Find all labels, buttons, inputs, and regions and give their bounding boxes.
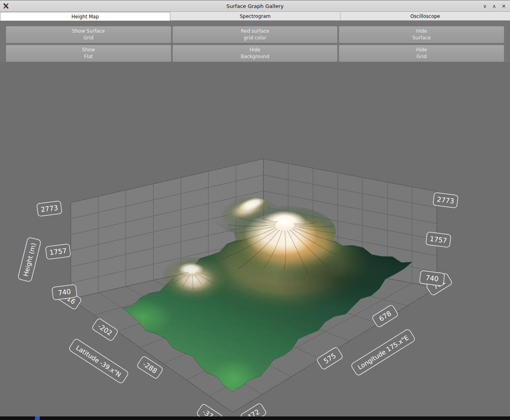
window-controls: ∨ ∧ ✕ [483, 0, 506, 12]
tick-label: 740 [58, 287, 72, 297]
minimize-icon[interactable]: ∨ [483, 4, 487, 9]
surface-grid-color-button[interactable]: Red surface grid color [172, 26, 338, 43]
surface-plot-3d[interactable]: 781 678 575 472 [0, 62, 510, 417]
height-axis-title: Height (m) [18, 237, 41, 282]
axis-title-label: Latitude -39.x"N [75, 344, 123, 379]
hide-background-button[interactable]: Hide Background [172, 45, 338, 62]
volcano-summit [264, 211, 306, 232]
hide-surface-button[interactable]: Hide Surface [339, 26, 504, 43]
button-label-line2: Grid [84, 35, 93, 41]
control-button-grid: Show Surface Grid Red surface grid color… [0, 21, 510, 62]
button-label-line1: Show [82, 47, 95, 53]
latitude-axis-title: Latitude -39.x"N [68, 338, 129, 384]
height-tick-left: 2773 [37, 201, 62, 216]
height-tick-left: 740 [52, 284, 77, 300]
tab-height-map[interactable]: Height Map [0, 12, 170, 21]
tab-bar: Height Map Spectrogram Oscilloscope [0, 12, 510, 21]
tab-oscilloscope[interactable]: Oscilloscope [341, 12, 510, 20]
button-label-line1: Hide [416, 47, 427, 53]
height-tick-right: 2773 [433, 192, 458, 208]
app-window: Surface Graph Gallery ∨ ∧ ✕ Height Map S… [0, 0, 510, 420]
show-flat-button[interactable]: Show Flat [6, 45, 171, 62]
titlebar[interactable]: Surface Graph Gallery ∨ ∧ ✕ [0, 0, 510, 12]
x11-app-icon [3, 3, 9, 9]
button-label-line2: Grid [417, 53, 426, 60]
surface-plot-viewport[interactable]: 781 678 575 472 [0, 62, 510, 417]
button-label-line2: grid color [244, 35, 267, 41]
button-label-line2: Flat [84, 53, 93, 60]
button-label-line1: Show Surface [72, 28, 105, 35]
taskbar-strip [0, 416, 510, 420]
close-icon[interactable]: ✕ [502, 4, 506, 9]
tab-page-height-map: Show Surface Grid Red surface grid color… [0, 21, 510, 416]
longitude-axis-title: Longitude 175.x"E [350, 328, 416, 376]
height-tick-right: 740 [419, 270, 444, 286]
hide-grid-button[interactable]: Hide Grid [339, 45, 504, 62]
show-surface-grid-button[interactable]: Show Surface Grid [6, 26, 171, 43]
axis-title-label: Longitude 175.x"E [356, 334, 410, 371]
button-label-line1: Hide [416, 28, 427, 35]
button-label-line2: Background [241, 53, 269, 60]
button-label-line2: Surface [413, 35, 431, 41]
button-label-line1: Hide [249, 47, 260, 53]
latitude-tick: -374 [196, 403, 223, 417]
tab-spectrogram[interactable]: Spectrogram [170, 12, 340, 20]
taskbar-indicator[interactable] [35, 416, 40, 420]
tick-label: 740 [425, 273, 439, 283]
height-tick-left: 1757 [45, 244, 70, 259]
height-tick-right: 1757 [426, 232, 451, 247]
window-title: Surface Graph Gallery [0, 3, 510, 9]
maximize-icon[interactable]: ∧ [492, 4, 496, 9]
button-label-line1: Red surface [241, 28, 269, 35]
